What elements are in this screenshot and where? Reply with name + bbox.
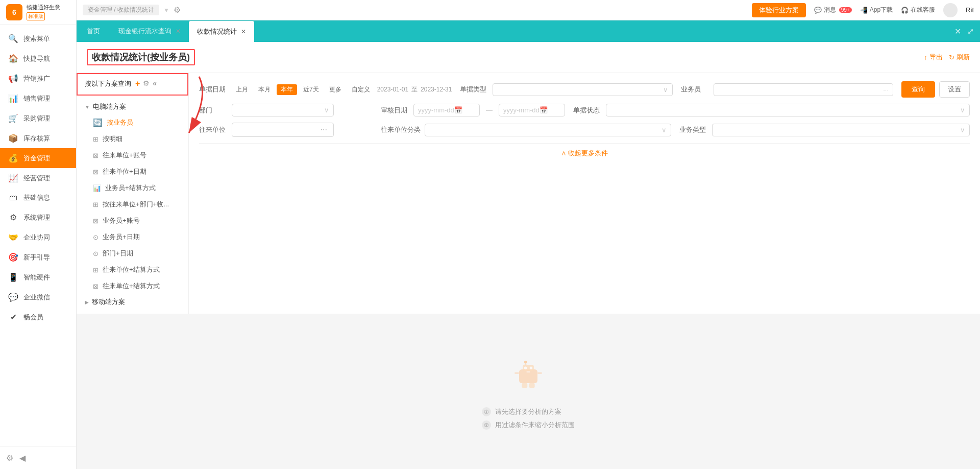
page-content: 收款情况统计(按业务员) ↑ 导出 ↻ 刷新 按以下方案查询 +	[77, 42, 980, 469]
scheme-sp-settle-icon: 📊	[93, 184, 101, 192]
hint-num-2: ②	[482, 420, 491, 430]
scheme-item-unit-date[interactable]: ⊠ 往来单位+日期	[77, 163, 188, 180]
scheme-item-salesperson-account[interactable]: ⊠ 业务员+账号	[77, 213, 188, 229]
tab-bank[interactable]: 现金银行流水查询 ✕	[110, 20, 189, 42]
collapse-sidebar-icon[interactable]: ◀	[19, 453, 26, 463]
date-tab-this-month[interactable]: 本月	[254, 84, 275, 95]
app-download-action[interactable]: 📲 App下载	[860, 6, 893, 14]
sidebar-item-basic[interactable]: 🗃 基础信息	[0, 188, 76, 207]
sidebar-item-inventory[interactable]: 📦 库存核算	[0, 128, 76, 148]
trial-button[interactable]: 体验行业方案	[752, 3, 806, 17]
calendar-from-icon[interactable]: 📅	[454, 106, 462, 114]
sidebar-item-purchase[interactable]: 🛒 采购管理	[0, 108, 76, 128]
unit-dots-icon[interactable]: ···	[318, 125, 329, 134]
scheme-settings-icon[interactable]: ⚙	[143, 79, 150, 88]
setting-button[interactable]: 设置	[939, 81, 970, 98]
dept-field: 部门 ∨	[199, 104, 373, 116]
doc-status-label: 单据状态	[573, 106, 602, 115]
refresh-button[interactable]: ↻ 刷新	[949, 53, 970, 62]
biz-type-arrow-icon: ∨	[960, 126, 965, 134]
scheme-item-unit-account[interactable]: ⊠ 往来单位+账号	[77, 147, 188, 163]
sidebar-item-marketing[interactable]: 📢 营销推广	[0, 68, 76, 88]
doc-status-select[interactable]: ∨	[606, 104, 970, 116]
biz-type-select[interactable]: ∨	[712, 124, 970, 136]
add-scheme-icon[interactable]: +	[135, 79, 140, 88]
sidebar-item-hardware[interactable]: 📱 智能硬件	[0, 267, 76, 287]
audit-date-to[interactable]: yyyy-mm-dd 📅	[499, 104, 565, 116]
avatar[interactable]	[943, 3, 958, 17]
nav-items: 🔍 搜索菜单 🏠 快捷导航 📢 营销推广 📊 销售管理 🛒 采购管理 📦 库存核…	[0, 25, 76, 447]
scheme-unit-settle1-icon: ⊞	[93, 266, 99, 274]
dept-select[interactable]: ∨	[232, 104, 334, 116]
maximize-icon[interactable]: ⤢	[967, 27, 974, 36]
date-tab-more[interactable]: 更多	[325, 84, 346, 95]
scheme-group-desktop[interactable]: ▼ 电脑端方案	[77, 99, 188, 114]
query-form: 单据日期 上月 本月 本年 近7天 更多 自定义 2023-01-01	[189, 73, 980, 314]
collapse-bar[interactable]: ∧ 收起更多条件	[199, 143, 970, 163]
guide-icon: 🎯	[8, 252, 18, 262]
enterprise-icon: 🤝	[8, 232, 18, 242]
audit-date-from[interactable]: yyyy-mm-dd 📅	[413, 104, 480, 116]
settings-icon[interactable]: ⚙	[174, 5, 181, 15]
query-button[interactable]: 查询	[901, 81, 935, 98]
svg-rect-8	[529, 383, 535, 388]
doc-status-arrow-icon: ∨	[960, 106, 965, 114]
sidebar-item-capital[interactable]: 💰 资金管理	[0, 148, 76, 168]
page-title: 收款情况统计(按业务员)	[87, 49, 195, 65]
online-service-action[interactable]: 🎧 在线客服	[901, 6, 935, 14]
form-row-1: 单据日期 上月 本月 本年 近7天 更多 自定义 2023-01-01	[199, 81, 970, 98]
basic-icon: 🗃	[8, 193, 18, 202]
salesperson-select[interactable]: ···	[714, 83, 893, 96]
hint-item-1: ① 请先选择要分析的方案	[482, 407, 575, 416]
message-action[interactable]: 💬 消息 99+	[814, 6, 852, 14]
sidebar-item-search[interactable]: 🔍 搜索菜单	[0, 29, 76, 49]
settings-bottom-icon[interactable]: ⚙	[6, 453, 13, 463]
scheme-group-mobile[interactable]: ▶ 移动端方案	[77, 294, 188, 310]
unit-field: 往来单位 ···	[199, 123, 373, 137]
content-layout: 按以下方案查询 + ⚙ « ▼ 电脑端方案 🔄	[77, 73, 980, 314]
scheme-item-by-detail[interactable]: ⊞ 按明细	[77, 131, 188, 147]
member-icon: ✔	[8, 312, 18, 322]
scheme-item-salesperson-date[interactable]: ⊙ 业务员+日期	[77, 229, 188, 245]
wechat-icon: 💬	[8, 292, 18, 302]
sidebar-item-system[interactable]: ⚙ 系统管理	[0, 207, 76, 227]
sidebar-item-wechat[interactable]: 💬 企业微信	[0, 287, 76, 307]
service-icon: 🎧	[901, 7, 909, 14]
scheme-unit-settle2-icon: ⊠	[93, 283, 99, 290]
result-area: ① 请先选择要分析的方案 ② 用过滤条件来缩小分析范围	[77, 314, 980, 467]
scheme-item-dept-date[interactable]: ⊙ 部门+日期	[77, 245, 188, 262]
scheme-item-unit-settle2[interactable]: ⊠ 往来单位+结算方式	[77, 278, 188, 294]
close-window-icon[interactable]: ✕	[954, 27, 961, 36]
scheme-item-by-salesperson[interactable]: 🔄 按业务员	[77, 114, 188, 131]
export-button[interactable]: ↑ 导出	[924, 53, 943, 62]
collapse-scheme-icon[interactable]: «	[153, 79, 157, 88]
tab-bank-close[interactable]: ✕	[176, 28, 181, 35]
scheme-item-salesperson-settle[interactable]: 📊 业务员+结算方式	[77, 180, 188, 196]
date-tab-last-month[interactable]: 上月	[232, 84, 252, 95]
sidebar-item-enterprise[interactable]: 🤝 企业协同	[0, 227, 76, 247]
sidebar-item-member[interactable]: ✔ 畅会员	[0, 307, 76, 327]
calendar-to-icon[interactable]: 📅	[540, 106, 548, 114]
group-arrow-icon: ▼	[85, 104, 90, 110]
sidebar-item-nav[interactable]: 🏠 快捷导航	[0, 49, 76, 68]
salesperson-dots[interactable]: ···	[883, 86, 889, 93]
unit-category-select[interactable]: ∨	[425, 124, 671, 136]
sidebar-item-sales[interactable]: 📊 销售管理	[0, 88, 76, 108]
tab-receipt-close[interactable]: ✕	[241, 28, 246, 35]
sidebar-item-guide[interactable]: 🎯 新手引导	[0, 247, 76, 267]
date-tab-7days[interactable]: 近7天	[299, 84, 323, 95]
scheme-item-unit-settle1[interactable]: ⊞ 往来单位+结算方式	[77, 262, 188, 278]
home-icon: 🏠	[8, 54, 18, 63]
tab-home[interactable]: 首页	[77, 20, 110, 42]
operation-icon: 📈	[8, 173, 18, 183]
capital-icon: 💰	[8, 153, 18, 163]
unit-select[interactable]: ···	[232, 123, 334, 137]
doc-type-select[interactable]: ∨	[493, 83, 672, 96]
scheme-item-unit-dept-receipt[interactable]: ⊞ 按往来单位+部门+收...	[77, 196, 188, 213]
date-tab-custom[interactable]: 自定义	[348, 84, 374, 95]
date-tab-this-year[interactable]: 本年	[277, 84, 297, 95]
tab-receipt[interactable]: 收款情况统计 ✕	[189, 21, 254, 42]
form-btn-group: 查询 设置	[901, 81, 970, 98]
dept-label: 部门	[199, 106, 228, 115]
sidebar-item-operation[interactable]: 📈 经营管理	[0, 168, 76, 188]
